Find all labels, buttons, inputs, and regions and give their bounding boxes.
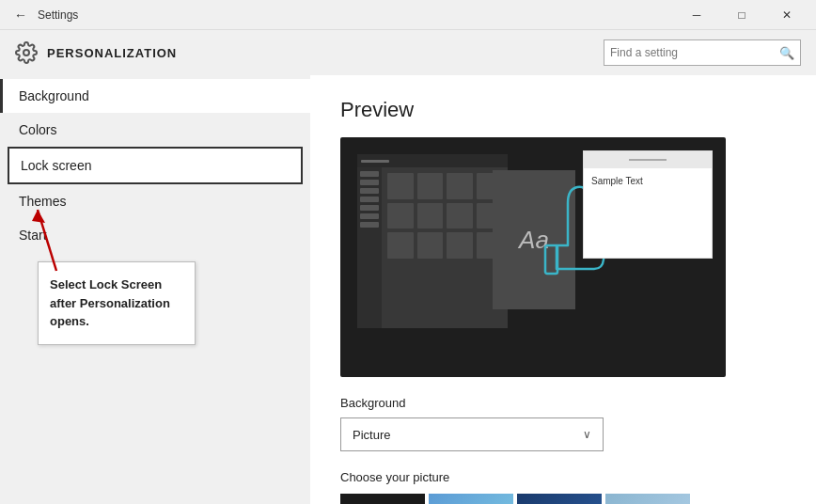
page-title: Preview — [340, 98, 786, 122]
content-area: Preview — [310, 75, 816, 504]
sidebar-item-colors[interactable]: Colors — [0, 113, 310, 147]
arrow-annotation — [28, 200, 141, 276]
choose-picture-section: Choose your picture — [340, 470, 786, 504]
picture-thumb-2[interactable] — [429, 494, 513, 504]
sidebar-header: PERSONALIZATION — [15, 41, 177, 64]
sidebar-item-lock-screen[interactable]: Lock screen — [8, 147, 303, 184]
choose-label: Choose your picture — [340, 470, 786, 484]
close-button[interactable]: ✕ — [765, 0, 808, 30]
maximize-button[interactable]: □ — [720, 0, 763, 30]
svg-point-0 — [24, 50, 29, 55]
search-container[interactable]: 🔍 — [604, 39, 801, 66]
svg-marker-2 — [32, 210, 45, 223]
background-section: Background Picture ∨ — [340, 396, 786, 451]
main-area: Background Colors Lock screen Themes Sta… — [0, 75, 816, 504]
picture-thumb-3[interactable] — [517, 494, 602, 504]
back-button[interactable]: ← — [8, 2, 34, 28]
chevron-down-icon: ∨ — [583, 428, 591, 441]
preview-file-window — [357, 154, 508, 328]
dropdown-value: Picture — [353, 428, 583, 442]
gear-icon — [15, 41, 38, 64]
picture-thumb-4[interactable] — [605, 494, 690, 504]
back-icon: ← — [14, 8, 27, 23]
preview-sample-window: Sample Text — [583, 150, 713, 259]
preview-box: Aa Sample Text — [340, 137, 726, 377]
minimize-button[interactable]: ─ — [675, 0, 718, 30]
sidebar: Background Colors Lock screen Themes Sta… — [0, 75, 310, 504]
app-title: PERSONALIZATION — [47, 46, 177, 60]
preview-sample-text: Sample Text — [584, 168, 712, 194]
window-controls: ─ □ ✕ — [675, 0, 808, 30]
callout-text: Select Lock Screen after Personalization… — [50, 277, 170, 328]
picture-thumbnails — [340, 494, 786, 504]
search-input[interactable] — [610, 46, 779, 59]
search-icon: 🔍 — [779, 46, 794, 60]
background-dropdown[interactable]: Picture ∨ — [340, 417, 604, 451]
background-label: Background — [340, 396, 786, 410]
app-header: PERSONALIZATION 🔍 — [0, 30, 816, 75]
sidebar-item-background[interactable]: Background — [0, 79, 310, 113]
window-title: Settings — [38, 8, 675, 22]
title-bar: ← Settings ─ □ ✕ — [0, 0, 816, 30]
picture-thumb-1[interactable] — [340, 494, 425, 504]
